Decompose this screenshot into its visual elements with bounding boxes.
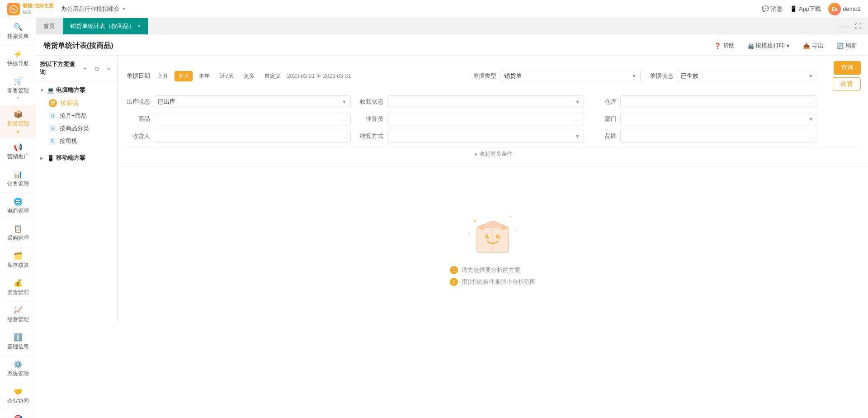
sidebar-item-newbie[interactable]: 🎯 新手引导 — [0, 410, 36, 418]
enterprise-icon: 🤝 — [14, 387, 23, 396]
scheme-settings-button[interactable]: ⊙ — [92, 63, 102, 73]
product-input[interactable]: … — [154, 113, 351, 125]
user-menu[interactable]: Ea demo2 — [828, 3, 861, 15]
page-inner: 销货单统计表(按商品) ❓ 帮助 🖨️ 按模板打印 ▼ 📤 — [36, 34, 868, 418]
date-filter-area: 上月 本月 本年 近7天 更多 自定义 2023-03-01 至 2023-03… — [154, 71, 351, 81]
department-input[interactable]: ▼ — [620, 113, 817, 125]
top-header: 畅捷·信好生意 标版 办公用品行业模拟账套 ▼ 💬 消息 📱 App下载 Ea … — [0, 0, 868, 18]
sidebar-item-ecommerce[interactable]: 🌐 电商管理 — [0, 193, 36, 220]
date-7days-btn[interactable]: 近7天 — [216, 71, 237, 81]
sidebar-item-operation[interactable]: 📈 经营管理 — [0, 301, 36, 328]
date-this-year-btn[interactable]: 本年 — [195, 71, 213, 81]
svg-text:✦: ✦ — [514, 229, 518, 233]
maximize-button[interactable]: ⛶ — [854, 22, 863, 31]
filter-doc-status: 单据状态 已生效 ▼ — [648, 70, 817, 82]
main-two-panel: 按以下方案查询 + ⊙ « ▼ 💻 — [36, 56, 868, 322]
empty-icon: ✦ ✦ ✦ ✦ — [466, 203, 520, 257]
tree-section-desktop: ▼ 💻 电脑端方案 按 按商品 月 — [36, 81, 117, 149]
sidebar-item-search[interactable]: 🔍 搜索菜单 — [0, 18, 36, 45]
date-custom-btn[interactable]: 自定义 — [261, 71, 284, 81]
tree-node-mobile[interactable]: ▶ 📱 移动端方案 — [36, 151, 117, 165]
tab-sales-stats[interactable]: 销货单统计表（按商品） × — [63, 18, 148, 34]
header-right: 💬 消息 📱 App下载 Ea demo2 — [762, 3, 861, 15]
sidebar-item-marketing[interactable]: 📢 营销推广 — [0, 138, 36, 166]
filter-out-status: 出库状态 已出库 ▼ — [125, 95, 351, 108]
add-scheme-button[interactable]: + — [80, 63, 90, 73]
page-header: 销货单统计表(按商品) ❓ 帮助 🖨️ 按模板打印 ▼ 📤 — [36, 34, 868, 56]
more-icon: … — [808, 99, 813, 105]
template-print-button[interactable]: 🖨️ 按模板打印 ▼ — [744, 40, 794, 52]
sidebar-item-wholesale[interactable]: 📦 批发管理 ▲ — [0, 105, 36, 138]
left-panel: 按以下方案查询 + ⊙ « ▼ 💻 — [36, 56, 118, 322]
sidebar-item-system[interactable]: ⚙️ 系统管理 — [0, 356, 36, 383]
tree-node-product-category[interactable]: 分 按商品分类 — [45, 122, 117, 135]
tab-bar-actions: — ⛶ — [841, 22, 868, 31]
desktop-icon: 💻 — [47, 87, 54, 94]
chevron-down-icon: ▼ — [786, 43, 790, 48]
system-icon: ⚙️ — [14, 360, 23, 369]
out-status-input[interactable]: 已出库 ▼ — [154, 95, 351, 108]
date-last-month-btn[interactable]: 上月 — [154, 71, 172, 81]
sidebar-item-quicknav[interactable]: ⚡ 快捷导航 — [0, 45, 36, 72]
minimize-button[interactable]: — — [841, 22, 850, 31]
tab-bar: 首页 销货单统计表（按商品） × — ⛶ — [36, 18, 868, 34]
tree-node-by-clerk[interactable]: 司 按司机 — [45, 135, 117, 147]
filter-doc-type: 单据类型 销货单 ▼ — [471, 70, 641, 82]
sidebar-item-retail[interactable]: 🛒 零售管理 ▼ — [0, 72, 36, 105]
main-layout: 🔍 搜索菜单 ⚡ 快捷导航 🛒 零售管理 ▼ 📦 批发管理 ▲ 📢 营销推广 📊… — [0, 18, 868, 418]
sidebar-item-enterprise[interactable]: 🤝 企业协同 — [0, 383, 36, 410]
date-more-btn[interactable]: 更多 — [240, 71, 258, 81]
doc-status-input[interactable]: 已生效 ▼ — [677, 70, 817, 82]
sidebar-item-finance[interactable]: 💰 资金管理 — [0, 274, 36, 301]
salesperson-input[interactable]: … — [387, 113, 584, 125]
sidebar: 🔍 搜索菜单 ⚡ 快捷导航 🛒 零售管理 ▼ 📦 批发管理 ▲ 📢 营销推广 📊… — [0, 18, 36, 418]
tree-collapse-icon: ▶ — [40, 156, 45, 161]
brand-input[interactable]: … — [620, 130, 817, 142]
sidebar-item-inventory[interactable]: 🗂️ 库存核算 — [0, 247, 36, 274]
svg-text:✦: ✦ — [472, 218, 477, 224]
sidebar-item-basic[interactable]: ℹ️ 基础信息 — [0, 328, 36, 356]
refresh-button[interactable]: 🔄 刷新 — [833, 40, 861, 52]
chevron-down-icon: ▼ — [808, 116, 813, 122]
collapse-filters-button[interactable]: ∧ 收起更多条件 — [125, 147, 861, 161]
basic-icon: ℹ️ — [14, 333, 23, 342]
active-scheme-icon: 按 — [49, 99, 57, 107]
filter-salesperson: 业务员 … — [358, 113, 584, 125]
workspace-selector[interactable]: 办公用品行业模拟账套 ▼ — [57, 3, 130, 15]
help-button[interactable]: ❓ 帮助 — [710, 40, 738, 52]
quicknav-icon: ⚡ — [14, 50, 23, 58]
filter-warehouse: 仓库 … — [591, 95, 817, 108]
app-download-button[interactable]: 📱 App下载 — [790, 5, 821, 13]
date-this-month-btn[interactable]: 本月 — [175, 71, 193, 81]
doc-type-input[interactable]: 销货单 ▼ — [500, 70, 641, 82]
scheme-icon-month: 月 — [49, 112, 56, 119]
refresh-icon: 🔄 — [836, 43, 844, 49]
export-button[interactable]: 📤 导出 — [799, 40, 827, 52]
chevron-down-icon: ▼ — [575, 99, 580, 104]
empty-number-1: 1 — [450, 266, 458, 274]
tab-close-icon[interactable]: × — [137, 24, 141, 29]
tree-node-by-product[interactable]: 按 按商品 — [45, 97, 117, 109]
newbie-icon: 🎯 — [14, 414, 23, 418]
tree-node-desktop[interactable]: ▼ 💻 电脑端方案 — [36, 83, 117, 97]
settlement-input[interactable]: ▼ — [387, 130, 584, 142]
left-panel-actions: + ⊙ « — [80, 63, 113, 73]
more-icon: … — [341, 133, 347, 139]
tab-home[interactable]: 首页 — [36, 18, 63, 34]
recipient-input[interactable]: … — [154, 130, 351, 142]
sidebar-item-purchase[interactable]: 📋 采购管理 — [0, 220, 36, 247]
tree-node-month-product[interactable]: 月 按月+商品 — [45, 109, 117, 122]
settings-button[interactable]: 设置 — [833, 77, 861, 91]
scheme-icon-clerk: 司 — [49, 138, 56, 145]
warehouse-input[interactable]: … — [620, 95, 817, 108]
query-btn-group: 查询 设置 — [825, 61, 861, 91]
query-button[interactable]: 查询 — [834, 61, 861, 75]
more-icon: … — [808, 133, 813, 139]
collapse-panel-button[interactable]: « — [104, 63, 113, 73]
payment-status-input[interactable]: ▼ — [387, 95, 584, 108]
sidebar-item-sales[interactable]: 📊 销售管理 — [0, 166, 36, 193]
message-button[interactable]: 💬 消息 — [762, 5, 783, 13]
svg-text:✦: ✦ — [468, 231, 471, 235]
more-icon: … — [341, 116, 347, 122]
more-icon: … — [575, 116, 580, 122]
